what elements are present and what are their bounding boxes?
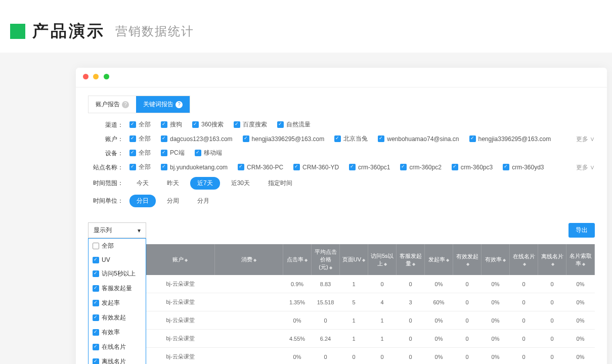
time-pill[interactable]: 今天 — [129, 177, 156, 190]
column-option[interactable]: 离线名片 — [89, 354, 146, 364]
column-option[interactable]: 访问5秒以上 — [89, 266, 146, 281]
filter-row-account: 账户： 全部dagcuos123@163.comhengjia3396295@1… — [88, 134, 595, 144]
option-label: crm-360pc2 — [409, 164, 441, 171]
cell: 8.83 — [312, 275, 340, 293]
more-toggle[interactable]: 更多 ∨ — [576, 163, 595, 172]
filter-option[interactable]: bj.yunduoketang.com — [161, 164, 228, 171]
filter-option[interactable]: 全部 — [129, 163, 151, 171]
checkbox-icon — [161, 135, 167, 142]
filter-option[interactable]: crm-360pc1 — [349, 164, 390, 171]
column-header[interactable]: 账户◆ — [146, 244, 214, 275]
column-header[interactable]: 名片索取率◆ — [566, 244, 595, 275]
column-header[interactable]: 有效发起◆ — [453, 244, 482, 275]
column-header[interactable]: 访问5s以上◆ — [368, 244, 397, 275]
time-pill[interactable]: 指定时间 — [261, 177, 299, 190]
filter-option[interactable]: 北京当兔 — [334, 134, 368, 143]
cell: 1 — [340, 330, 368, 348]
accent-bar — [10, 24, 25, 39]
column-select-label: 显示列 — [94, 226, 112, 235]
time-pill[interactable]: 分月 — [190, 195, 216, 207]
filter-option[interactable]: 自然流量 — [277, 120, 311, 129]
filter-option[interactable]: 全部 — [129, 120, 151, 129]
time-pill[interactable]: 近7天 — [190, 177, 220, 190]
option-label: dagcuos123@163.com — [170, 135, 233, 143]
option-label: 搜狗 — [170, 120, 182, 129]
filter-option[interactable]: PC端 — [161, 149, 185, 157]
column-option[interactable]: 有效率 — [89, 325, 146, 340]
column-option-label: 发起率 — [102, 299, 120, 307]
filter-options: 全部bj.yunduoketang.comCRM-360-PCCRM-360-Y… — [129, 163, 554, 172]
cell: 0 — [368, 275, 397, 293]
checkbox-icon — [334, 135, 341, 142]
cell: 0 — [510, 311, 538, 330]
checkbox-icon — [161, 150, 167, 156]
maximize-icon[interactable] — [104, 74, 109, 79]
cell: 0 — [510, 275, 538, 293]
column-option[interactable]: 在线名片 — [89, 340, 146, 354]
column-header[interactable]: 平均点击价格(元)◆ — [312, 244, 340, 275]
column-option[interactable]: UV — [89, 253, 146, 266]
filter-option[interactable]: hengjia3396295@163.com — [243, 135, 325, 143]
cell: 0% — [482, 275, 510, 293]
column-option[interactable]: 客服发起量 — [89, 281, 146, 296]
column-header[interactable]: 客服发起量◆ — [397, 244, 425, 275]
checkbox-icon — [503, 164, 509, 170]
column-option-label: 有效发起 — [102, 313, 126, 322]
column-header[interactable]: 有效率◆ — [482, 244, 510, 275]
column-header[interactable]: 页面UV◆ — [340, 244, 368, 275]
column-option[interactable]: 全部 — [89, 239, 146, 253]
filter-option[interactable]: dagcuos123@163.com — [161, 135, 233, 143]
column-select[interactable]: 显示列 ▾ — [88, 222, 146, 238]
cell: 5 — [340, 293, 368, 311]
filter-option[interactable]: crm-360pc2 — [400, 164, 441, 171]
checkbox-icon — [129, 164, 136, 170]
cell-account: bj-云朵课堂 — [146, 330, 214, 348]
filter-option[interactable]: 360搜索 — [192, 120, 224, 129]
filter-option[interactable]: hengjia3396295@163.com — [469, 135, 551, 143]
cell: 0% — [425, 311, 453, 330]
help-icon[interactable]: ? — [122, 101, 129, 108]
filter-option[interactable]: 移动端 — [195, 149, 222, 157]
time-pill[interactable]: 分日 — [129, 195, 156, 207]
column-option[interactable]: 有效发起 — [89, 310, 146, 325]
filter-option[interactable]: crm-360pc3 — [452, 164, 493, 171]
column-header[interactable]: 点击率◆ — [283, 244, 312, 275]
time-pill[interactable]: 分周 — [160, 195, 186, 207]
filter-option[interactable]: crm-360yd3 — [503, 164, 544, 171]
checkbox-checked-icon — [93, 300, 99, 306]
filter-label: 账户： — [88, 135, 123, 144]
time-pill[interactable]: 昨天 — [160, 177, 186, 190]
tab-label: 账户报告 — [96, 100, 120, 109]
filter-option[interactable]: 全部 — [129, 149, 151, 157]
column-header[interactable]: 在线名片◆ — [510, 244, 538, 275]
cell: 4.55% — [283, 330, 312, 348]
more-toggle[interactable]: 更多 ∨ — [576, 135, 595, 144]
cell: 0.9% — [283, 275, 312, 293]
minimize-icon[interactable] — [93, 74, 99, 79]
filter-option[interactable]: 搜狗 — [161, 120, 182, 129]
export-button[interactable]: 导出 — [569, 223, 595, 238]
filter-option[interactable]: CRM-360-YD — [293, 164, 339, 171]
column-option-label: 有效率 — [102, 328, 120, 337]
cell: 0% — [425, 275, 453, 293]
column-header[interactable]: 离线名片◆ — [538, 244, 566, 275]
close-icon[interactable] — [83, 74, 89, 79]
filter-label: 设备： — [88, 149, 123, 158]
help-icon[interactable]: ? — [176, 101, 183, 108]
filter-option[interactable]: CRM-360-PC — [238, 164, 283, 171]
filter-option[interactable]: wenbohuamao74@sina.cn — [378, 135, 459, 143]
column-header[interactable]: 发起率◆ — [425, 244, 453, 275]
checkbox-checked-icon — [93, 358, 99, 364]
tab-account-report[interactable]: 账户报告 ? — [89, 96, 136, 113]
column-header[interactable]: 消费◆ — [214, 244, 283, 275]
sort-icon: ◆ — [446, 258, 449, 262]
column-option[interactable]: 发起率 — [89, 296, 146, 310]
time-pill[interactable]: 近30天 — [224, 177, 257, 190]
filter-option[interactable]: 百度搜索 — [234, 120, 267, 129]
option-label: 百度搜索 — [243, 120, 267, 129]
cell-account: bj-云朵课堂 — [146, 348, 214, 365]
filter-option[interactable]: 全部 — [129, 134, 151, 143]
sort-icon: ◆ — [329, 265, 332, 270]
column-option-label: UV — [102, 256, 110, 263]
tab-keyword-report[interactable]: 关键词报告 ? — [136, 96, 190, 113]
